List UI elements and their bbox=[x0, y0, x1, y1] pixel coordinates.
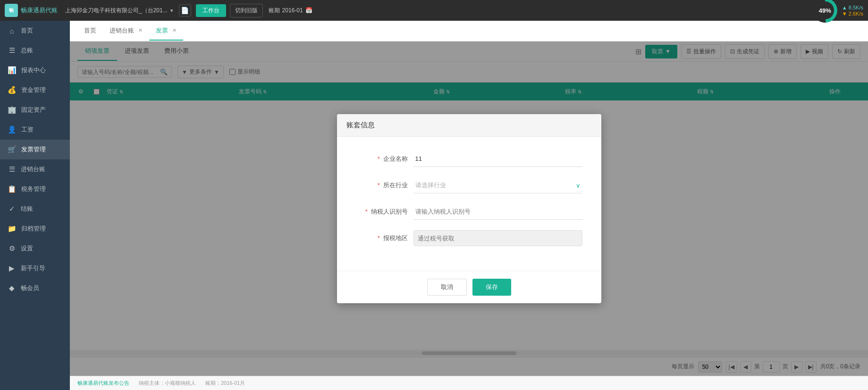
invoice-icon: 🛒 bbox=[8, 145, 17, 154]
member-icon: ◆ bbox=[8, 284, 16, 292]
company-name-form-label: * 企业名称 bbox=[356, 155, 408, 163]
bottom-bar: 畅康通易代账发布公告 纳税主体：小规模纳税人 账期：2016-01月 bbox=[70, 376, 868, 390]
required-mark: * bbox=[378, 155, 380, 162]
page-content: 销项发票 进项发票 费用小票 ⊞ 取票 ▼ bbox=[70, 41, 868, 376]
company-name-label: 上海卯金刀电子科技有限公司_（台201... bbox=[65, 7, 168, 15]
tab-purchase-sale-label: 进销台账 bbox=[110, 26, 134, 35]
company-selector[interactable]: 上海卯金刀电子科技有限公司_（台201... ▼ bbox=[65, 7, 174, 15]
tab-invoice-close[interactable]: ✕ bbox=[172, 27, 177, 33]
home-icon: ⌂ bbox=[8, 27, 16, 35]
sidebar-item-home[interactable]: ⌂ 首页 bbox=[0, 21, 70, 41]
bottom-tax-info: 纳税主体：小规模纳税人 bbox=[139, 380, 196, 387]
sidebar-label-purchase-sale: 进销台账 bbox=[21, 165, 45, 174]
guide-icon: ▶ bbox=[8, 264, 16, 273]
tab-purchase-sale-close[interactable]: ✕ bbox=[138, 27, 143, 33]
sidebar-label-reports: 报表中心 bbox=[21, 66, 46, 75]
company-dropdown-arrow: ▼ bbox=[169, 8, 174, 13]
purchase-sale-icon: ☰ bbox=[8, 165, 16, 174]
tab-bar: 首页 进销台账 ✕ 发票 ✕ bbox=[70, 21, 868, 41]
sidebar-label-settings: 设置 bbox=[21, 244, 33, 253]
company-name-field[interactable] bbox=[413, 151, 582, 167]
sidebar-label-member: 畅会员 bbox=[21, 284, 39, 292]
sidebar-label-fixed-assets: 固定资产 bbox=[21, 106, 46, 114]
speed-down: ▼ 2.6K/s bbox=[842, 11, 863, 17]
modal-overlay: 账套信息 * 企业名称 bbox=[70, 41, 868, 376]
tax-region-field bbox=[413, 230, 582, 246]
sidebar-label-invoice-mgmt: 发票管理 bbox=[21, 145, 46, 154]
tab-invoice[interactable]: 发票 ✕ bbox=[149, 22, 183, 41]
sidebar-label-closing: 结账 bbox=[21, 205, 33, 213]
speed-percent: 49% bbox=[816, 1, 834, 19]
sidebar-item-funds[interactable]: 💰 资金管理 bbox=[0, 80, 70, 100]
sidebar-item-member[interactable]: ◆ 畅会员 bbox=[0, 278, 70, 298]
closing-icon: ✓ bbox=[8, 205, 16, 213]
archive-icon: 📁 bbox=[8, 224, 17, 233]
sidebar-item-closing[interactable]: ✓ 结账 bbox=[0, 199, 70, 219]
sidebar-item-general-ledger[interactable]: ☰ 总账 bbox=[0, 41, 70, 60]
cancel-button[interactable]: 取消 bbox=[427, 279, 467, 296]
sidebar-label-tax-mgmt: 税务管理 bbox=[21, 185, 46, 193]
sidebar-item-invoice-mgmt[interactable]: 🛒 发票管理 bbox=[0, 140, 70, 159]
sidebar-label-home: 首页 bbox=[21, 26, 33, 35]
main-layout: ⌂ 首页 ☰ 总账 📊 报表中心 💰 资金管理 🏢 固定资产 👤 工资 🛒 发票… bbox=[0, 21, 868, 390]
tax-region-form-label: * 报税地区 bbox=[356, 234, 408, 242]
save-button[interactable]: 保存 bbox=[472, 279, 511, 296]
sidebar-item-tax-mgmt[interactable]: 📋 税务管理 bbox=[0, 179, 70, 199]
tab-home-label: 首页 bbox=[84, 26, 96, 35]
sidebar-item-reports[interactable]: 📊 报表中心 bbox=[0, 60, 70, 80]
funds-icon: 💰 bbox=[8, 86, 17, 94]
tab-home[interactable]: 首页 bbox=[77, 22, 103, 41]
sidebar-label-general-ledger: 总账 bbox=[21, 46, 33, 55]
top-bar: 畅 畅康通易代账 上海卯金刀电子科技有限公司_（台201... ▼ 📄 工作台 … bbox=[0, 0, 868, 21]
assets-icon: 🏢 bbox=[8, 106, 17, 114]
sidebar-item-settings[interactable]: ⚙ 设置 bbox=[0, 239, 70, 258]
sidebar-item-purchase-sale[interactable]: ☰ 进销台账 bbox=[0, 159, 70, 179]
bottom-announcement-link[interactable]: 畅康通易代账发布公告 bbox=[77, 380, 129, 387]
tab-invoice-label: 发票 bbox=[156, 26, 168, 35]
logo-icon: 畅 bbox=[5, 4, 18, 17]
wages-icon: 👤 bbox=[8, 125, 17, 134]
switch-old-button[interactable]: 切到旧版 bbox=[230, 4, 263, 17]
sidebar-item-guide[interactable]: ▶ 新手引导 bbox=[0, 258, 70, 278]
form-row-industry: * 所在行业 请选择行业 ∨ bbox=[356, 177, 582, 193]
settings-icon: ⚙ bbox=[8, 244, 16, 253]
calendar-icon[interactable]: 📅 bbox=[305, 7, 312, 14]
dialog-footer: 取消 保存 bbox=[337, 271, 601, 303]
required-mark-3: * bbox=[365, 208, 368, 215]
sidebar-item-fixed-assets[interactable]: 🏢 固定资产 bbox=[0, 100, 70, 120]
form-row-company-name: * 企业名称 bbox=[356, 151, 582, 167]
content-area: 首页 进销台账 ✕ 发票 ✕ 销项发票 bbox=[70, 21, 868, 390]
dialog-header: 账套信息 bbox=[337, 114, 601, 137]
industry-select[interactable]: 请选择行业 bbox=[413, 177, 582, 193]
doc-icon[interactable]: 📄 bbox=[179, 4, 191, 17]
period-label: 账期 bbox=[269, 7, 280, 15]
required-mark-2: * bbox=[378, 182, 380, 189]
industry-select-wrapper: 请选择行业 ∨ bbox=[413, 177, 582, 193]
speed-up: ▲ 8.5K/s bbox=[842, 5, 863, 10]
tax-id-field[interactable] bbox=[413, 204, 582, 220]
speed-circle: 49% bbox=[813, 0, 837, 23]
form-row-tax-id: * 纳税人识别号 bbox=[356, 204, 582, 220]
tab-purchase-sale[interactable]: 进销台账 ✕ bbox=[103, 22, 149, 41]
sidebar-item-wages[interactable]: 👤 工资 bbox=[0, 120, 70, 140]
period-value: 2016-01 bbox=[282, 7, 303, 14]
form-row-tax-region: * 报税地区 bbox=[356, 230, 582, 246]
dialog-body: * 企业名称 * 所在行业 bbox=[337, 137, 601, 271]
app-name: 畅康通易代账 bbox=[21, 6, 58, 15]
period-info: 账期 2016-01 📅 bbox=[269, 7, 312, 15]
top-bar-right: 49% ▲ 8.5K/s ▼ 2.6K/s bbox=[813, 0, 863, 23]
sidebar-label-archive: 归档管理 bbox=[21, 224, 46, 233]
industry-form-label: * 所在行业 bbox=[356, 181, 408, 190]
sidebar-item-archive[interactable]: 📁 归档管理 bbox=[0, 219, 70, 239]
sidebar: ⌂ 首页 ☰ 总账 📊 报表中心 💰 资金管理 🏢 固定资产 👤 工资 🛒 发票… bbox=[0, 21, 70, 390]
app-logo: 畅 畅康通易代账 bbox=[5, 4, 58, 17]
required-mark-4: * bbox=[378, 234, 380, 241]
workbench-button[interactable]: 工作台 bbox=[196, 4, 226, 17]
dialog-title: 账套信息 bbox=[346, 121, 375, 129]
dialog-account-info: 账套信息 * 企业名称 bbox=[337, 114, 601, 303]
network-speeds: ▲ 8.5K/s ▼ 2.6K/s bbox=[842, 5, 863, 17]
tax-icon: 📋 bbox=[8, 185, 17, 193]
reports-icon: 📊 bbox=[8, 66, 17, 75]
sidebar-label-wages: 工资 bbox=[21, 125, 34, 134]
ledger-icon: ☰ bbox=[8, 46, 16, 55]
